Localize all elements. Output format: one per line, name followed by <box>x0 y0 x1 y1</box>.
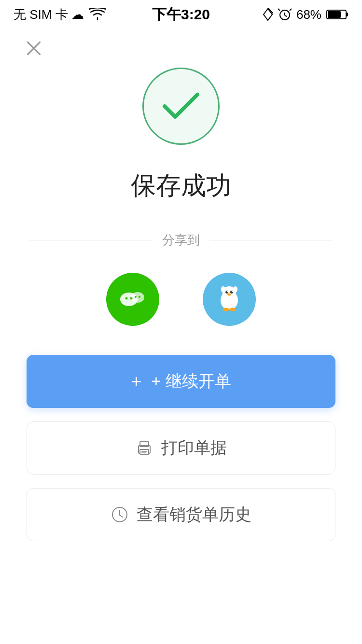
status-bar: 无 SIM 卡 ☁ 下午3:20 68% <box>0 0 362 29</box>
success-title: 保存成功 <box>131 169 231 203</box>
svg-point-12 <box>125 297 128 300</box>
status-left: 无 SIM 卡 ☁ <box>14 6 106 23</box>
action-buttons: + + 继续开单 打印单据 查看销货单历史 <box>27 355 335 541</box>
plus-icon: + <box>131 371 141 392</box>
success-circle <box>142 68 220 145</box>
svg-line-3 <box>278 9 280 11</box>
svg-rect-7 <box>328 11 341 18</box>
qq-share-button[interactable] <box>203 273 256 326</box>
svg-point-11 <box>131 292 144 303</box>
svg-rect-29 <box>140 449 149 454</box>
svg-point-13 <box>130 297 133 300</box>
svg-point-26 <box>229 308 236 311</box>
share-section: 分享到 <box>0 232 362 326</box>
location-icon <box>263 8 273 21</box>
wechat-share-button[interactable] <box>106 273 159 326</box>
clock-icon <box>111 505 129 524</box>
svg-point-14 <box>135 296 137 298</box>
wechat-icon <box>116 283 149 316</box>
share-icons <box>106 273 256 326</box>
printer-icon <box>135 439 153 457</box>
svg-point-15 <box>139 296 140 298</box>
svg-point-25 <box>223 308 229 311</box>
battery-icon <box>326 9 348 20</box>
print-button[interactable]: 打印单据 <box>27 421 335 475</box>
continue-button[interactable]: + + 继续开单 <box>27 355 335 408</box>
svg-line-4 <box>290 9 292 11</box>
share-divider: 分享到 <box>0 232 362 249</box>
divider-left <box>29 240 153 240</box>
close-button[interactable] <box>21 36 46 61</box>
svg-point-22 <box>227 294 231 296</box>
no-sim-text: 无 SIM 卡 ☁ <box>14 6 84 23</box>
time-display: 下午3:20 <box>152 5 210 25</box>
share-label: 分享到 <box>162 232 200 249</box>
svg-line-2 <box>285 15 287 16</box>
history-label: 查看销货单历史 <box>137 504 251 526</box>
svg-point-20 <box>227 291 228 292</box>
print-label: 打印单据 <box>161 437 227 459</box>
battery-text: 68% <box>296 7 321 22</box>
checkmark-icon <box>162 92 200 121</box>
svg-rect-6 <box>346 13 348 16</box>
main-content: 保存成功 分享到 <box>0 29 362 541</box>
qq-icon <box>213 283 246 316</box>
svg-line-34 <box>120 515 123 517</box>
continue-label: + 继续开单 <box>151 370 231 392</box>
wifi-icon <box>89 8 106 21</box>
history-button[interactable]: 查看销货单历史 <box>27 488 335 541</box>
status-right: 68% <box>263 7 348 22</box>
alarm-icon <box>278 8 292 21</box>
svg-point-21 <box>232 291 233 292</box>
divider-right <box>209 240 333 240</box>
